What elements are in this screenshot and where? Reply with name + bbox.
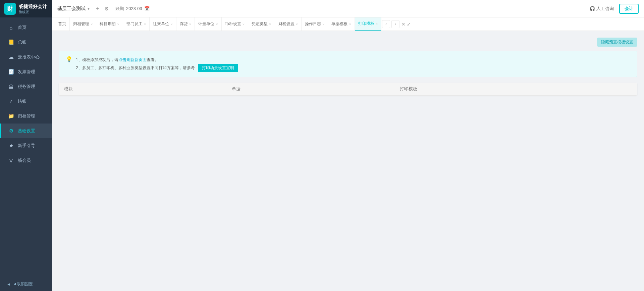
tab-close-tax_setting[interactable]: × [296, 22, 298, 26]
tab-label-home: 首页 [58, 21, 66, 27]
sidebar-label-guide: 新手引导 [18, 143, 35, 149]
tab-operation_log[interactable]: 操作日志× [302, 17, 328, 31]
sidebar-item-reports[interactable]: ☁云报表中心 [0, 50, 52, 64]
icon-member: V [8, 157, 14, 164]
sidebar-item-closing[interactable]: ✓结账 [0, 94, 52, 109]
tab-unit[interactable]: 计量单位× [195, 17, 221, 31]
info-line2: 2、多员工、多打印机、多种业务类型设置不同打印方案等，请参考 打印场景设置宣明 [76, 64, 238, 72]
sidebar-label-settings: 基础设置 [18, 128, 35, 134]
headset-icon: 🎧 [590, 6, 595, 11]
tab-subject[interactable]: 科目期初× [96, 17, 123, 31]
tab-close-subject[interactable]: × [117, 22, 119, 26]
tab-label-currency: 币种设置 [225, 21, 241, 27]
sidebar-item-home[interactable]: ⌂首页 [0, 20, 52, 35]
tab-close-vendor[interactable]: × [170, 22, 172, 26]
tab-close-archive[interactable]: × [91, 22, 93, 26]
close-all-tabs-icon[interactable]: ✕ [401, 21, 406, 27]
tab-close-voucher_type[interactable]: × [269, 22, 271, 26]
topbar-right: 🎧 人工咨询 会计 [590, 4, 639, 14]
tab-label-inventory: 存货 [180, 21, 188, 27]
info-box-content: 💡 1、模板添加成功后，请点击刷新新页面查看。 2、多员工、多打印机、多种业务类… [66, 56, 630, 72]
icon-closing: ✓ [8, 98, 14, 105]
logo-sub: 旗舰版 [19, 10, 47, 14]
table-header-row: 模块 单据 打印模板 [59, 83, 637, 96]
tab-currency[interactable]: 币种设置× [222, 17, 248, 31]
tab-dept[interactable]: 部门员工× [123, 17, 150, 31]
col-template: 打印模板 [394, 83, 638, 96]
sidebar-item-settings[interactable]: ⚙基础设置 [0, 124, 52, 138]
info-text: 1、模板添加成功后，请点击刷新新页面查看。 2、多员工、多打印机、多种业务类型设… [76, 56, 238, 72]
tab-close-print_template[interactable]: × [376, 22, 378, 26]
sidebar-item-member[interactable]: V畅会员 [0, 153, 52, 168]
tab-label-operation_log: 操作日志 [305, 21, 321, 27]
info-line1-prefix: 1、模板添加成功后，请 [76, 57, 118, 62]
settings-icon[interactable]: ⚙ [104, 6, 109, 12]
period-value: 2023-03 [126, 6, 142, 11]
logo-main: 畅捷通好会计 [19, 3, 47, 9]
tab-label-voucher_type: 凭证类型 [252, 21, 268, 27]
service-button[interactable]: 🎧 人工咨询 [590, 6, 614, 12]
tab-next-button[interactable]: › [391, 20, 399, 28]
sidebar-item-guide[interactable]: ★新手引导 [0, 138, 52, 153]
unpin-icon: ◄ [7, 282, 11, 287]
print-template-table: 模块 单据 打印模板 [59, 83, 637, 96]
tab-single_template[interactable]: 单据模板× [328, 17, 355, 31]
tab-close-inventory[interactable]: × [189, 22, 191, 26]
sidebar-footer-label: ◄取消固定 [13, 281, 33, 287]
tab-close-single_template[interactable]: × [349, 22, 351, 26]
expand-tabs-icon[interactable]: ⤢ [407, 21, 411, 27]
sidebar-label-home: 首页 [18, 25, 26, 31]
tab-label-print_template: 打印模板 [358, 21, 374, 27]
tab-close-dept[interactable]: × [144, 22, 146, 26]
tab-voucher_type[interactable]: 凭证类型× [248, 17, 275, 31]
col-document: 单据 [226, 83, 394, 96]
sidebar-label-member: 畅会员 [18, 157, 31, 163]
sidebar-nav: ⌂首页📒总账☁云报表中心🧾发票管理🏛税务管理✓结账📁归档管理⚙基础设置★新手引导… [0, 17, 52, 277]
tab-close-operation_log[interactable]: × [322, 22, 324, 26]
tab-label-single_template: 单据模板 [331, 21, 347, 27]
role-button[interactable]: 会计 [619, 4, 639, 14]
tab-label-subject: 科目期初 [100, 21, 116, 27]
sidebar-label-ledger: 总账 [18, 39, 26, 45]
print-scene-button[interactable]: 打印场景设置宣明 [198, 64, 238, 72]
refresh-link[interactable]: 点击刷新新页面 [118, 57, 147, 62]
tab-close-currency[interactable]: × [243, 22, 245, 26]
logo-text: 畅捷通好会计 旗舰版 [19, 3, 47, 14]
bulb-icon: 💡 [66, 56, 72, 62]
sidebar-item-archive[interactable]: 📁归档管理 [0, 109, 52, 124]
tab-vendor[interactable]: 往来单位× [150, 17, 176, 31]
tab-label-archive: 归档管理 [73, 21, 89, 27]
sidebar-label-invoice: 发票管理 [18, 69, 35, 75]
calendar-icon[interactable]: 📅 [144, 6, 150, 11]
add-tab-button[interactable]: ＋ [95, 5, 100, 12]
tab-close-unit[interactable]: × [216, 22, 218, 26]
sidebar-item-ledger[interactable]: 📒总账 [0, 35, 52, 50]
sidebar-label-tax: 税务管理 [18, 84, 35, 90]
tab-prev-button[interactable]: ‹ [382, 20, 390, 28]
info-box: 💡 1、模板添加成功后，请点击刷新新页面查看。 2、多员工、多打印机、多种业务类… [59, 51, 637, 77]
tab-label-vendor: 往来单位 [153, 21, 169, 27]
sidebar-label-reports: 云报表中心 [18, 54, 40, 60]
tab-inventory[interactable]: 存货× [176, 17, 195, 31]
info-line1: 1、模板添加成功后，请点击刷新新页面查看。 [76, 56, 238, 64]
tab-print_template[interactable]: 打印模板× [355, 17, 381, 31]
sidebar-item-invoice[interactable]: 🧾发票管理 [0, 64, 52, 79]
tab-home[interactable]: 首页 [55, 17, 70, 31]
company-selector[interactable]: 基层工会测试 ▾ [57, 6, 90, 12]
period-label: 账期 [115, 6, 124, 12]
content-area: 隐藏预置模板设置 💡 1、模板添加成功后，请点击刷新新页面查看。 2、多员工、多… [52, 31, 644, 291]
sidebar-label-closing: 结账 [18, 98, 26, 104]
sidebar-footer[interactable]: ◄ ◄取消固定 [0, 277, 52, 291]
icon-invoice: 🧾 [8, 68, 14, 75]
company-name: 基层工会测试 [57, 6, 86, 12]
tab-tax_setting[interactable]: 财税设置× [275, 17, 302, 31]
info-line1-suffix: 查看。 [147, 57, 159, 62]
main-area: 基层工会测试 ▾ ＋ ⚙ 账期 2023-03 📅 🎧 人工咨询 会计 首页归档… [52, 0, 644, 291]
hide-template-button[interactable]: 隐藏预置模板设置 [597, 38, 637, 47]
icon-settings: ⚙ [8, 128, 14, 134]
tab-archive[interactable]: 归档管理× [70, 17, 96, 31]
tabbar: 首页归档管理×科目期初×部门员工×往来单位×存货×计量单位×币种设置×凭证类型×… [52, 17, 644, 31]
chevron-down-icon: ▾ [88, 6, 90, 11]
sidebar-item-tax[interactable]: 🏛税务管理 [0, 79, 52, 94]
period-selector: 账期 2023-03 📅 [115, 6, 150, 12]
